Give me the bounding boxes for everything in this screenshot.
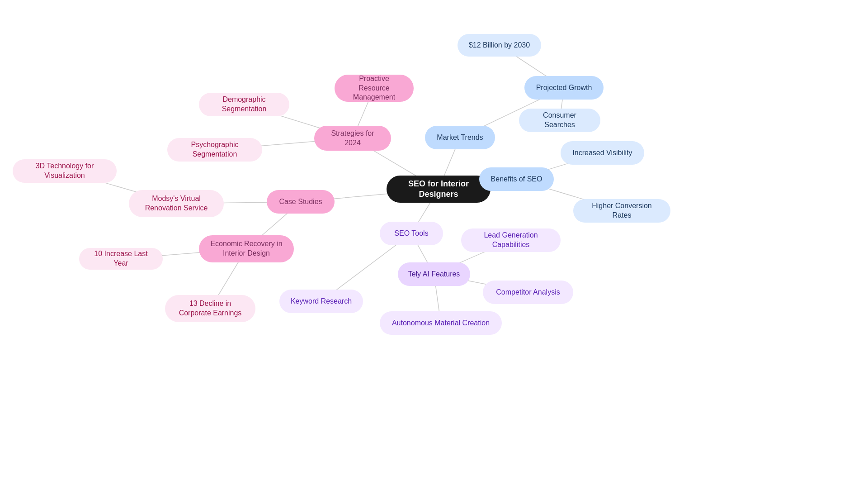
node-keyword: Keyword Research xyxy=(279,290,363,313)
node-visibility: Increased Visibility xyxy=(561,141,644,165)
svg-line-12 xyxy=(417,243,428,264)
node-economic: Economic Recovery in Interior Design xyxy=(199,235,294,262)
center-node: SEO for Interior Designers xyxy=(387,176,491,203)
node-increase: 10 Increase Last Year xyxy=(79,248,163,270)
svg-line-2 xyxy=(276,114,320,128)
node-market-trends: Market Trends xyxy=(425,126,495,149)
svg-line-10 xyxy=(418,201,432,224)
svg-line-13 xyxy=(457,250,488,264)
svg-line-0 xyxy=(370,149,419,178)
svg-line-18 xyxy=(514,55,549,78)
svg-line-11 xyxy=(335,243,398,291)
node-proactive: Proactive Resource Management xyxy=(335,75,414,102)
svg-line-21 xyxy=(548,163,570,169)
svg-line-5 xyxy=(217,202,272,203)
node-autonomous: Autonomous Material Creation xyxy=(380,311,502,335)
svg-line-7 xyxy=(259,212,289,237)
node-psychographic: Psychographic Segmentation xyxy=(167,138,262,162)
node-consumer: Consumer Searches xyxy=(519,109,600,132)
svg-line-1 xyxy=(357,100,369,128)
node-3d-tech: 3D Technology for Visualization xyxy=(13,159,117,183)
node-projected: Projected Growth xyxy=(524,76,604,100)
node-conversion: Higher Conversion Rates xyxy=(573,199,670,223)
mindmap-container: SEO for Interior DesignersStrategies for… xyxy=(0,0,868,490)
connections-svg xyxy=(0,0,868,490)
node-strategies: Strategies for 2024 xyxy=(314,126,391,151)
node-modsy: Modsy's Virtual Renovation Service xyxy=(129,190,224,217)
node-decline: 13 Decline in Corporate Earnings xyxy=(165,295,255,322)
node-demographic: Demographic Segmentation xyxy=(199,93,289,116)
node-case-studies: Case Studies xyxy=(267,190,335,214)
svg-line-8 xyxy=(156,252,206,256)
svg-line-4 xyxy=(330,193,395,199)
svg-line-16 xyxy=(443,147,456,177)
node-competitor: Competitor Analysis xyxy=(483,281,573,304)
svg-line-9 xyxy=(217,261,239,297)
node-lead-gen: Lead Generation Capabilities xyxy=(461,228,561,252)
svg-line-3 xyxy=(255,141,320,147)
node-12billion: $12 Billion by 2030 xyxy=(458,34,541,57)
node-benefits: Benefits of SEO xyxy=(479,167,554,191)
node-tely-ai: Tely AI Features xyxy=(398,262,470,286)
svg-line-15 xyxy=(435,284,439,313)
node-seo-tools: SEO Tools xyxy=(380,222,443,245)
